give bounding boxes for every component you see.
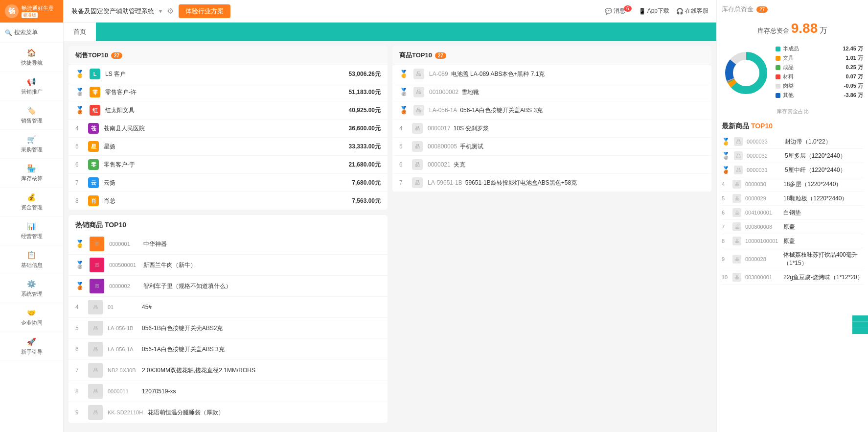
sidebar-item-4[interactable]: 🏪库存核算 [0, 159, 63, 188]
product-avatar: 品 [413, 69, 424, 79]
new-product-item: 5 品 0000029 18颗粒板（1220*2440） [722, 192, 863, 206]
rank-num: 4 [75, 304, 83, 311]
product-name: 45# [142, 304, 381, 311]
online-service-button[interactable]: 🎧 在线客服 [676, 7, 708, 15]
product-top10-item: 🥈 品 001000002雪地靴 [392, 83, 711, 101]
rank-num: 9 [722, 256, 729, 262]
rank-num: 4 [399, 125, 407, 132]
float-btn-1[interactable]: 服务社区 [852, 322, 868, 328]
product-code: KK-SD22110H [108, 409, 143, 415]
new-product-avatar: 品 [732, 237, 741, 245]
sidebar-icon-9: 🤝 [27, 308, 37, 318]
inventory-total-value: 9.88 [791, 21, 818, 36]
customer-amount: 51,183.00元 [349, 88, 381, 96]
headset-icon: 🎧 [676, 8, 684, 15]
sales-top10-title: 销售TOP10 [75, 51, 108, 60]
hot-product-list: 🥇 图 0000001 中华神器 🥈 图 000500001 新西兰牛肉（新牛）… [69, 234, 388, 423]
product-avatar: 品 [412, 177, 423, 188]
new-product-avatar: 品 [732, 208, 741, 217]
rank-num: 5 [722, 195, 729, 201]
rank-medal: 🥈 [75, 261, 85, 269]
inventory-chart-label: 库存资金占比 [722, 108, 863, 115]
hot-product-item: 🥉 图 0000002 智利车子里（规格不知道填什么） [69, 276, 388, 297]
rank-num: 7 [722, 224, 729, 230]
sidebar-item-2[interactable]: 🏷️销售管理 [0, 101, 63, 130]
rank-medal: 🥈 [722, 152, 730, 160]
new-product-name: 原盖 [783, 223, 863, 231]
tab-home[interactable]: 首页 [64, 23, 96, 41]
sidebar-icon-6: 📊 [27, 221, 37, 231]
rank-medal: 🥉 [75, 282, 85, 290]
legend-dot [776, 65, 780, 70]
donut-chart [722, 48, 771, 97]
product-thumb: 品 [88, 321, 103, 336]
customer-amount: 7,680.00元 [352, 179, 381, 187]
float-btn-0[interactable]: 客服热线 [852, 315, 868, 322]
new-product-code: 000800008 [745, 224, 779, 230]
sidebar-logo: 畅 畅捷通好生意 标准版 [0, 0, 63, 23]
sidebar-item-9[interactable]: 🤝企业协同 [0, 303, 63, 332]
app-download-button[interactable]: 📱 App下载 [639, 7, 669, 15]
nav-tabs: 首页 [64, 23, 716, 41]
customer-list-item: 5 星 星扬 33,333.00元 [69, 138, 388, 156]
customer-name: 零售客户-许 [105, 88, 344, 96]
sidebar-icon-2: 🏷️ [27, 106, 37, 116]
search-menu-button[interactable]: 🔍 搜索菜单 [5, 26, 58, 39]
sidebar: 畅 畅捷通好生意 标准版 🔍 搜索菜单 🏠快捷导航📢营销推广🏷️销售管理🛒采购管… [0, 0, 64, 432]
rank-num: 5 [75, 143, 83, 150]
right-column: 商品TOP10 27 🥇 品 LA-089电池盖 LA-089 ABS本色+黑种… [392, 46, 711, 427]
product-code: 0000002 [109, 283, 138, 289]
product-top10-item: 🥉 品 LA-056-1A056-1A白色按键开关盖ABS 3克 [392, 101, 711, 120]
rank-medal: 🥇 [75, 240, 85, 248]
sidebar-item-5[interactable]: 💰资金管理 [0, 188, 63, 216]
sidebar-menu: 🏠快捷导航📢营销推广🏷️销售管理🛒采购管理🏪库存核算💰资金管理📊经营管理📋基础信… [0, 43, 63, 432]
trial-button[interactable]: 体验行业方案 [179, 4, 230, 18]
legend-dot [776, 84, 780, 89]
product-top10-item: 6 品 0000021夹克 [392, 156, 711, 174]
new-product-code: 0000030 [745, 181, 779, 187]
products-badge: 27 [435, 52, 446, 59]
hot-product-item: 🥈 图 000500001 新西兰牛肉（新牛） [69, 255, 388, 276]
hot-product-item: 8 品 0000011 12070519-xs [69, 381, 388, 402]
product-thumb: 图 [90, 258, 104, 272]
sidebar-item-0[interactable]: 🏠快捷导航 [0, 43, 63, 72]
new-product-name: 18颗粒板（1220*2440） [783, 194, 863, 203]
product-avatar: 品 [412, 159, 423, 170]
customer-list-item: 6 零 零售客户-于 21,680.00元 [69, 156, 388, 174]
message-button[interactable]: 💬 消息 6 [605, 7, 632, 15]
sidebar-item-8[interactable]: ⚙️系统管理 [0, 274, 63, 303]
customer-amount: 7,563.00元 [352, 197, 381, 205]
rank-num: 9 [75, 409, 83, 416]
customer-avatar: 零 [90, 87, 100, 97]
new-product-avatar: 品 [732, 194, 741, 203]
legend-item: 其他 -3.86 万 [776, 92, 863, 99]
customer-avatar: 星 [88, 141, 99, 152]
sidebar-label-3: 采购管理 [21, 146, 43, 153]
legend-item: 肉类 -0.05 万 [776, 82, 863, 90]
sidebar-item-10[interactable]: 🚀新手引导 [0, 332, 63, 361]
phone-icon: 📱 [639, 8, 646, 15]
float-btn-2[interactable]: 直播 [852, 328, 868, 334]
new-product-item: 🥉 品 0000031 5厘中纤（1220*2440） [722, 163, 863, 177]
product-avatar: 品 [412, 123, 423, 134]
legend-item: 材料 0.07 万 [776, 73, 863, 80]
hot-product-item: 🥇 图 0000001 中华神器 [69, 234, 388, 255]
sidebar-item-3[interactable]: 🛒采购管理 [0, 130, 63, 159]
product-top10-item: 🥇 品 LA-089电池盖 LA-089 ABS本色+黑种 7.1克 [392, 65, 711, 83]
topbar-settings-icon[interactable]: ⚙ [167, 6, 174, 16]
topbar-dropdown-icon[interactable]: ▾ [159, 8, 162, 15]
sidebar-item-6[interactable]: 📊经营管理 [0, 216, 63, 245]
product-thumb: 品 [88, 384, 103, 399]
main-area: 装备及固定资产辅助管理系统 ▾ ⚙ 体验行业方案 💬 消息 6 📱 App下载 … [64, 0, 716, 432]
new-product-avatar: 品 [732, 255, 741, 264]
rank-medal: 🥉 [75, 106, 85, 115]
rank-medal: 🥇 [722, 138, 730, 145]
rank-num: 8 [75, 197, 83, 204]
sidebar-item-1[interactable]: 📢营销推广 [0, 72, 63, 101]
new-product-item: 🥇 品 0000033 封边带（1.0*22） [722, 135, 863, 149]
product-code: LA-056-1B [108, 325, 137, 331]
sidebar-item-7[interactable]: 📋基础信息 [0, 245, 63, 274]
rank-medal: 🥉 [722, 166, 730, 174]
product-thumb: 图 [90, 279, 104, 293]
legend-item: 文具 1.01 万 [776, 54, 863, 62]
